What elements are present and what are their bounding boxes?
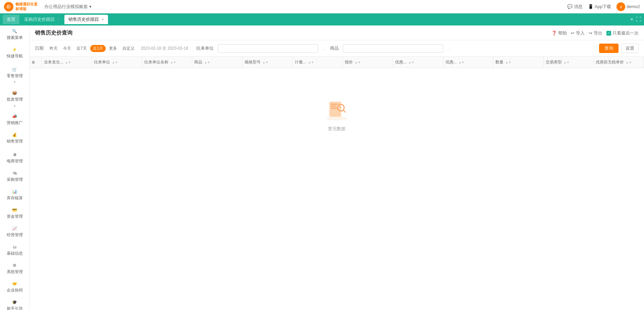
sidebar: 🔍 搜索菜单 ⚡ 快捷导航 🛒 零售管理 ▾ 📦 批发管理 ▴ 📣 营销推广 💰… xyxy=(0,25,30,310)
fullscreen-button[interactable]: ⛶ xyxy=(636,16,641,22)
th-pretax-price[interactable]: 优惠前无税单价 ▲▼ xyxy=(594,57,644,68)
tab-sales[interactable]: 销售历史价跟踪 × xyxy=(64,15,108,24)
sort-icon: ▲▼ xyxy=(505,61,511,64)
logo-text: 畅捷通好生意 标准版 xyxy=(15,2,38,11)
retail-icon: 🛒 xyxy=(12,67,17,72)
th-quote[interactable]: 报价 ▲▼ xyxy=(343,57,393,68)
close-all-tabs-button[interactable]: × xyxy=(630,16,633,22)
sort-icon: ▲▼ xyxy=(112,61,118,64)
th-biz-date[interactable]: 业务发生... ▲▼ xyxy=(42,57,92,68)
shortcut-icon: ⚡ xyxy=(12,47,17,52)
app-selector-dropdown[interactable]: 办公用品行业模拟账套 ▾ xyxy=(44,4,92,10)
date-btn-today[interactable]: 今天 xyxy=(61,45,73,52)
sidebar-item-shortcut[interactable]: ⚡ 快捷导航 xyxy=(0,44,29,62)
th-discount2[interactable]: 优惠... ▲▼ xyxy=(443,57,493,68)
sidebar-item-inventory[interactable]: 📊 库存核算 xyxy=(0,186,29,204)
svg-point-2 xyxy=(327,116,347,120)
date-btn-1month[interactable]: 近1月 xyxy=(90,45,106,52)
tab-purchase[interactable]: 采购历史价跟踪 × xyxy=(20,15,64,24)
user-menu[interactable]: d demo2 xyxy=(616,2,640,11)
sidebar-item-operations[interactable]: 📈 经营管理 xyxy=(0,223,29,241)
sidebar-item-guide[interactable]: 🎓 新手引导 xyxy=(0,297,29,310)
sidebar-item-sales[interactable]: 💰 销售管理 xyxy=(0,129,29,148)
marketing-icon: 📣 xyxy=(12,114,17,119)
sidebar-item-basic[interactable]: 🗂 基础信息 xyxy=(0,241,29,260)
tab-home[interactable]: 首页 xyxy=(3,15,19,24)
svg-text:6: 6 xyxy=(7,5,9,9)
sidebar-item-ecommerce[interactable]: 🖥 电商管理 xyxy=(0,149,29,167)
partner-filter-more[interactable]: ... xyxy=(322,46,326,51)
date-buttons: 昨天 今天 近7天 近1月 更多 自定义 xyxy=(48,45,137,52)
operations-icon: 📈 xyxy=(12,226,17,231)
goods-filter-input[interactable] xyxy=(343,44,443,53)
tab-sales-close[interactable]: × xyxy=(102,17,104,22)
empty-state-text: 暂无数据 xyxy=(328,126,345,132)
filter-row: 日期 昨天 今天 近7天 近1月 更多 自定义 2023-02-18 至 202… xyxy=(30,40,644,57)
logo-icon: 6 xyxy=(4,2,13,11)
svg-rect-5 xyxy=(331,106,336,107)
empty-state-icon xyxy=(323,95,350,122)
main-layout: 🔍 搜索菜单 ⚡ 快捷导航 🛒 零售管理 ▾ 📦 批发管理 ▴ 📣 营销推广 💰… xyxy=(0,25,644,310)
svg-line-8 xyxy=(343,110,345,112)
sort-icon: ▲▼ xyxy=(204,61,210,64)
avatar: d xyxy=(616,2,625,11)
th-settings[interactable]: ⚙ xyxy=(30,57,42,68)
sort-icon: ▲▼ xyxy=(564,61,570,64)
date-btn-more[interactable]: 更多 xyxy=(107,45,119,52)
table-area: ⚙ 业务发生... ▲▼ 往来单位 ▲▼ 往来单位名称 ▲▼ xyxy=(30,57,644,310)
query-button[interactable]: 查询 xyxy=(599,44,619,53)
sidebar-item-finance[interactable]: 💳 资金管理 xyxy=(0,204,29,223)
sidebar-item-purchase[interactable]: 🛍 采购管理 xyxy=(0,167,29,186)
svg-rect-4 xyxy=(331,104,337,105)
partner-filter-label: 往来单位 xyxy=(196,45,214,51)
chevron-up-icon: ▴ xyxy=(14,104,15,107)
date-btn-custom[interactable]: 自定义 xyxy=(120,45,137,52)
th-goods[interactable]: 商品 ▲▼ xyxy=(192,57,243,68)
page-title-row: 销售历史价查询 ❓ 帮助 ↩ 导入 ↪ 导出 xyxy=(35,30,639,37)
partner-filter-input[interactable] xyxy=(218,44,318,53)
sidebar-item-wholesale[interactable]: 📦 批发管理 ▴ xyxy=(0,87,29,111)
sort-icon: ▲▼ xyxy=(459,61,465,64)
sidebar-item-system[interactable]: ⚙ 系统管理 xyxy=(0,260,29,278)
app-download-button[interactable]: 📱 App下载 xyxy=(588,4,611,10)
top-bar: 6 畅捷通好生意 标准版 办公用品行业模拟账套 ▾ 💬 消息 📱 App下载 d… xyxy=(0,0,644,13)
only-last-checkbox[interactable] xyxy=(606,31,611,36)
filter-action-buttons: 查询 设置 xyxy=(599,44,639,53)
help-button[interactable]: ❓ 帮助 xyxy=(551,30,567,36)
content-area: 销售历史价查询 ❓ 帮助 ↩ 导入 ↪ 导出 xyxy=(30,25,644,310)
settings-button[interactable]: 设置 xyxy=(621,44,639,53)
import-icon: ↩ xyxy=(571,31,575,36)
inventory-icon: 📊 xyxy=(12,189,17,194)
th-partner-code[interactable]: 往来单位 ▲▼ xyxy=(92,57,142,68)
th-spec[interactable]: 规格型号 ▲▼ xyxy=(243,57,293,68)
sort-icon: ▲▼ xyxy=(262,61,268,64)
messages-button[interactable]: 💬 消息 xyxy=(567,4,583,10)
logo-area: 6 畅捷通好生意 标准版 xyxy=(4,2,38,11)
purchase-icon: 🛍 xyxy=(13,171,17,175)
date-btn-yesterday[interactable]: 昨天 xyxy=(48,45,60,52)
page-title: 销售历史价查询 xyxy=(35,30,72,37)
th-trade-type[interactable]: 交易类型 ▲▼ xyxy=(543,57,594,68)
export-button[interactable]: ↪ 导出 xyxy=(589,30,602,36)
th-partner-name[interactable]: 往来单位名称 ▲▼ xyxy=(142,57,192,68)
date-btn-7days[interactable]: 近7天 xyxy=(74,45,89,52)
import-button[interactable]: ↩ 导入 xyxy=(571,30,585,36)
th-discount1[interactable]: 优惠... ▲▼ xyxy=(393,57,443,68)
export-icon: ↪ xyxy=(589,31,592,36)
only-last-checkbox-area[interactable]: 只看最后一次 xyxy=(606,30,639,36)
chevron-down-icon: ▾ xyxy=(14,80,15,84)
sort-icon: ▲▼ xyxy=(65,61,71,64)
sidebar-item-enterprise[interactable]: 🤝 企业协同 xyxy=(0,278,29,297)
top-bar-left: 6 畅捷通好生意 标准版 办公用品行业模拟账套 ▾ xyxy=(4,2,92,11)
sidebar-item-retail[interactable]: 🛒 零售管理 ▾ xyxy=(0,64,29,87)
goods-filter-more[interactable]: ... xyxy=(447,46,451,51)
th-qty[interactable]: 数量 ▲▼ xyxy=(493,57,544,68)
sidebar-item-marketing[interactable]: 📣 营销推广 xyxy=(0,111,29,129)
wholesale-icon: 📦 xyxy=(12,91,17,95)
tab-purchase-close[interactable]: × xyxy=(57,17,60,22)
sales-icon: 💰 xyxy=(12,133,17,137)
sidebar-item-search[interactable]: 🔍 搜索菜单 xyxy=(0,25,29,44)
th-unit[interactable]: 计量... ▲▼ xyxy=(292,57,343,68)
date-range-display: 2023-02-18 至 2023-03-18 xyxy=(141,46,188,51)
page-header: 销售历史价查询 ❓ 帮助 ↩ 导入 ↪ 导出 xyxy=(30,25,644,40)
